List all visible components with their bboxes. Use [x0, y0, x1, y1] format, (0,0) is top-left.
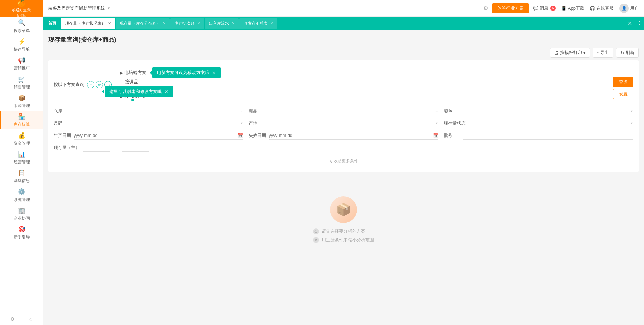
tab-bar: 首页现存量（库存状况表）✕现存量（库存分布表）✕库存批次账✕出入库流水✕收发存汇…	[43, 17, 644, 30]
sidebar-bottom: ⚙ ◁	[0, 313, 43, 325]
batch-input[interactable]	[463, 131, 633, 140]
origin-select[interactable]	[268, 119, 438, 127]
tab-close-recv-summary[interactable]: ✕	[270, 21, 273, 26]
tab-close-inventory-dist[interactable]: ✕	[163, 21, 166, 26]
tab-close-inout-flow[interactable]: ✕	[232, 21, 235, 26]
sidebar-item-label-operations: 经营管理	[14, 159, 30, 165]
sales-icon: 🛒	[18, 75, 25, 83]
sidebar-item-system[interactable]: ⚙️ 系统管理	[0, 186, 43, 205]
stock-qty-label: 现存量（主）	[54, 145, 80, 151]
user-avatar: 👤	[619, 4, 629, 13]
empty-step-1: ① 请先选择要分析的方案	[313, 227, 374, 236]
tab-batch-account[interactable]: 库存批次账✕	[170, 18, 204, 29]
sidebar-item-inventory[interactable]: 🏪 库存核算	[0, 111, 43, 129]
header-settings-icon[interactable]: ⚙	[483, 5, 488, 11]
base-info-icon: 📋	[18, 169, 25, 177]
scheme-dropdown-area: ▶ 电脑端方案 接调品 ▶ 移动端方案	[117, 66, 149, 103]
enterprise-icon: 🏢	[18, 207, 25, 214]
export-btn[interactable]: ↑ 导出	[593, 48, 614, 58]
sidebar-item-enterprise[interactable]: 🏢 企业协同	[0, 205, 43, 223]
reset-btn[interactable]: 设置	[613, 89, 633, 99]
sidebar-item-sales[interactable]: 🛒 销售管理	[0, 73, 43, 92]
empty-steps: ① 请先选择要分析的方案 ② 用过滤条件来缩小分析范围	[313, 227, 374, 245]
print-icon: 🖨	[554, 50, 559, 55]
filter-label: 按以下方案查询	[54, 82, 84, 88]
sidebar-item-operations[interactable]: 📊 经营管理	[0, 148, 43, 167]
scheme-pc-header[interactable]: ▶ 电脑端方案	[117, 68, 149, 77]
stock-status-wrapper: ▾	[468, 119, 633, 127]
industry-btn[interactable]: 体验行业方案	[492, 3, 529, 13]
tab-close-inventory-status[interactable]: ✕	[108, 21, 111, 26]
edit-scheme-btn[interactable]: ✏	[96, 81, 103, 88]
app-title-area: 装备及固定资产辅助管理系统 ▾	[48, 5, 479, 11]
add-scheme-btn[interactable]: ＋	[87, 81, 94, 88]
refresh-btn[interactable]: ↻ 刷新	[616, 48, 639, 58]
sidebar-item-label-base-info: 基础信息	[14, 178, 30, 184]
template-print-btn[interactable]: 🖨 按模板打印 ▾	[550, 48, 590, 58]
tab-home[interactable]: 首页	[44, 18, 60, 29]
message-action[interactable]: 💬 消息 6	[533, 5, 556, 11]
tooltip-1-close[interactable]: ✕	[212, 70, 216, 75]
sidebar-item-guide[interactable]: 🎯 新手引导	[0, 223, 43, 242]
expire-date-from[interactable]	[269, 131, 433, 139]
collapse-sidebar-icon[interactable]: ◁	[29, 316, 32, 322]
tabs-container: 首页现存量（库存状况表）✕现存量（库存分布表）✕库存批次账✕出入库流水✕收发存汇…	[44, 18, 628, 29]
sidebar-item-finance[interactable]: 💰 资金管理	[0, 129, 43, 148]
stock-qty-to[interactable]	[122, 144, 149, 152]
goods-input[interactable]	[268, 107, 432, 115]
produce-date-calendar-icon[interactable]: 📅	[238, 133, 243, 138]
scheme-item-jiaodiao[interactable]: 接调品	[117, 77, 149, 87]
guide-icon: 🎯	[18, 226, 25, 233]
app-download-action[interactable]: 📱 App下载	[561, 5, 584, 11]
step-1-num: ①	[313, 228, 319, 234]
warehouse-dots-icon[interactable]: ···	[239, 109, 243, 114]
sidebar-item-search-menu[interactable]: 🔍 搜索菜单	[0, 17, 43, 36]
warehouse-input[interactable]	[73, 107, 237, 115]
tab-inout-flow[interactable]: 出入库流水✕	[205, 18, 239, 29]
query-btn[interactable]: 查询	[613, 77, 633, 87]
tooltip-2-text: 这里可以创建和修改方案哦	[109, 89, 162, 95]
sidebar-item-marketing[interactable]: 📢 营销推广	[0, 54, 43, 73]
maximize-icon[interactable]: ⛶	[635, 20, 640, 26]
dot-indicator	[131, 99, 134, 101]
step-1-text: 请先选择要分析的方案	[322, 227, 365, 236]
tab-close-batch-account[interactable]: ✕	[197, 21, 200, 26]
sidebar-item-label-inventory: 库存核算	[14, 122, 30, 127]
stock-qty-from[interactable]	[83, 144, 110, 152]
online-support-action[interactable]: 🎧 在线客服	[590, 5, 614, 11]
sidebar-item-label-search-menu: 搜索菜单	[14, 28, 30, 34]
tab-recv-summary[interactable]: 收发存汇总表✕	[239, 18, 277, 29]
tab-label-batch-account: 库存批次账	[174, 21, 195, 26]
user-action[interactable]: 👤 用户	[619, 4, 639, 13]
tab-inventory-dist[interactable]: 现存量（库存分布表）✕	[116, 18, 170, 29]
tab-label-inventory-status: 现存量（库存状况表）	[65, 21, 105, 26]
sidebar-item-purchase[interactable]: 📦 采购管理	[0, 92, 43, 111]
tab-inventory-status[interactable]: 现存量（库存状况表）✕	[61, 18, 115, 29]
filter-origin: 产地 ▾	[249, 119, 438, 127]
toolbar-row: 🖨 按模板打印 ▾ ↑ 导出 ↻ 刷新	[48, 48, 639, 58]
filter-stock-status: 现存量状态 ▾	[444, 119, 633, 127]
expire-date-calendar-icon[interactable]: 📅	[433, 133, 438, 138]
search-buttons: 查询 设置	[613, 77, 633, 99]
collapse-btn[interactable]: ∧ 收起更多条件	[54, 156, 633, 167]
close-tab-icon[interactable]: ✕	[628, 20, 632, 27]
color-label: 颜色	[444, 108, 461, 114]
tooltip-2-close[interactable]: ✕	[164, 89, 168, 94]
inventory-icon: 🏪	[18, 113, 25, 120]
produce-date-from[interactable]	[74, 131, 238, 139]
app-title-dropdown-icon[interactable]: ▾	[108, 6, 110, 11]
stock-status-select[interactable]	[468, 119, 633, 127]
color-select[interactable]	[463, 107, 633, 115]
step-2-num: ②	[313, 237, 319, 243]
print-dropdown-icon: ▾	[583, 50, 586, 55]
expire-date-label: 失效日期	[249, 132, 266, 139]
size-select[interactable]	[73, 119, 243, 127]
sidebar-item-base-info[interactable]: 📋 基础信息	[0, 167, 43, 186]
quick-nav-icon: ⚡	[18, 38, 25, 45]
settings-gear-icon[interactable]: ⚙	[10, 316, 15, 322]
goods-dots-icon[interactable]: ···	[435, 109, 438, 114]
content-area: 现存量查询(按仓库+商品) 🖨 按模板打印 ▾ ↑ 导出 ↻ 刷新 按以下方案查…	[43, 30, 644, 325]
origin-select-wrapper: ▾	[268, 119, 438, 127]
goods-label: 商品	[249, 108, 265, 114]
sidebar-item-quick-nav[interactable]: ⚡ 快速导航	[0, 36, 43, 54]
